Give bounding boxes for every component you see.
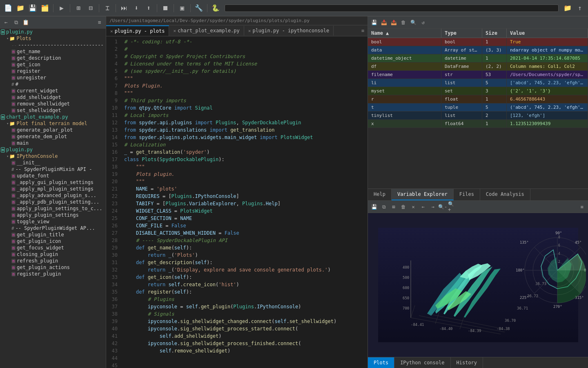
tab-close-icon[interactable]: ✕ <box>173 28 176 34</box>
tree-item-10[interactable]: madd_shellwidget <box>0 94 106 101</box>
new-file-icon[interactable]: 📄 <box>3 3 13 13</box>
tree-item-17[interactable]: mmain <box>0 140 106 146</box>
tree-item-21[interactable]: #-- SpyderPluginMixin API - <box>0 166 106 173</box>
table-row[interactable]: boolbool1True <box>368 38 588 46</box>
table-row[interactable]: lilist5['abcd', 745, 2.23, 'efgh', 70.2] <box>368 79 588 87</box>
plot-tab-plots[interactable]: Plots <box>368 357 394 368</box>
plot-zoom-in-icon[interactable]: 🔍+ <box>448 202 457 211</box>
plot-tab-history[interactable]: History <box>451 357 483 368</box>
tab-menu-icon[interactable]: ≡ <box>358 26 368 35</box>
run-icon[interactable]: ▶ <box>57 3 67 13</box>
tab-close-icon[interactable]: ✕ <box>248 28 251 34</box>
plot-next-icon[interactable]: → <box>428 202 437 211</box>
table-row[interactable]: ttuple5('abcd', 745, 2.23, 'efgh', 70.2) <box>368 103 588 112</box>
step-into-icon[interactable]: ⬇ <box>131 3 141 13</box>
tree-item-5[interactable]: mget_icon <box>0 61 106 68</box>
code-editor[interactable]: 1234567891011121314151617181920212223242… <box>106 36 368 368</box>
paste-icon[interactable]: 📋 <box>21 18 30 27</box>
plot-copy-icon[interactable]: ⧉ <box>379 202 388 211</box>
folder-browse-icon[interactable]: 📁 <box>563 3 572 13</box>
tree-item-34[interactable]: mclosing_plugin <box>0 251 106 258</box>
ve-tab-variable-explorer[interactable]: Variable Explorer <box>392 189 454 200</box>
tree-item-3[interactable]: mget_name <box>0 48 106 55</box>
step-over-icon[interactable]: ⏭ <box>119 3 129 13</box>
step-out-icon[interactable]: ⬆ <box>144 3 154 13</box>
plot-menu-icon[interactable]: ≡ <box>577 202 586 211</box>
ve-col-size[interactable]: Size <box>482 29 507 38</box>
save-all-icon[interactable]: 🗂️ <box>40 3 50 13</box>
plot-delete-icon[interactable]: 🗑 <box>399 202 408 211</box>
tree-item-8[interactable]: ## <box>0 81 106 88</box>
ve-tab-code-analysis[interactable]: Code Analysis <box>480 189 530 200</box>
tree-item-26[interactable]: m_apply_pdb_plugin_setting... <box>0 199 106 205</box>
tree-item-27[interactable]: mapply_plugin_settings_to_c... <box>0 205 106 212</box>
ve-search-icon[interactable]: 🔍 <box>409 18 418 27</box>
browse-tabs-icon[interactable]: ⊞ <box>74 3 83 13</box>
tree-item-19[interactable]: ▾📁IPythonConsole <box>0 153 106 159</box>
table-row[interactable]: dataArray of str128(3, 3)ndarray object … <box>368 46 588 54</box>
tree-item-32[interactable]: mget_plugin_icon <box>0 238 106 245</box>
tree-item-13[interactable]: mchart_plot_example.py <box>0 114 106 120</box>
split-icon[interactable]: ⊟ <box>86 3 96 13</box>
tree-item-29[interactable]: mtoggle_view <box>0 218 106 225</box>
plot-zoom-input[interactable]: 0 % <box>458 204 474 210</box>
tree-item-7[interactable]: munregister <box>0 74 106 81</box>
tree-item-25[interactable]: m_apply_advanced_plugin_s... <box>0 192 106 199</box>
tree-item-18[interactable]: mplugin.py <box>0 146 106 153</box>
tree-item-35[interactable]: mrefresh_plugin <box>0 258 106 264</box>
ve-tab-help[interactable]: Help <box>368 189 392 200</box>
ve-tab-files[interactable]: Files <box>454 189 480 200</box>
settings-icon[interactable]: 🔧 <box>194 3 204 13</box>
tree-item-24[interactable]: m_apply_mpl_plugin_settings <box>0 186 106 192</box>
cursor-icon[interactable]: ⌶ <box>102 3 112 13</box>
ve-import-icon[interactable]: 📥 <box>379 18 388 27</box>
open-file-icon[interactable]: 📁 <box>16 3 25 13</box>
table-row[interactable]: dfDataFrame(2, 2)Column names: Col1, Col… <box>368 63 588 71</box>
tree-item-22[interactable]: mupdate_font <box>0 173 106 179</box>
plot-tab-ipython[interactable]: IPython console <box>394 357 450 368</box>
copy-icon[interactable]: ⧉ <box>11 18 20 27</box>
tree-item-2[interactable]: ------------------------------- <box>0 42 106 48</box>
tree-item-6[interactable]: mregister <box>0 68 106 74</box>
tree-item-31[interactable]: mget_plugin_title <box>0 231 106 238</box>
tree-item-36[interactable]: mget_plugin_actions <box>0 264 106 271</box>
ve-refresh-icon[interactable]: ↺ <box>419 18 428 27</box>
tree-item-30[interactable]: #-- SpyderPluginWidget AP... <box>0 225 106 231</box>
tree-item-33[interactable]: mget_focus_widget <box>0 245 106 251</box>
ve-export-icon[interactable]: 📤 <box>389 18 398 27</box>
tree-item-12[interactable]: mset_shellwidget <box>0 107 106 114</box>
tree-item-4[interactable]: mget_description <box>0 55 106 61</box>
ve-delete-icon[interactable]: 🗑 <box>399 18 408 27</box>
tab-plugin-ipython[interactable]: ✕ plugin.py - ipythonconsole <box>244 26 334 36</box>
table-row[interactable]: rfloat16.46567886443 <box>368 95 588 103</box>
go-up-icon[interactable]: ↑ <box>575 3 585 13</box>
tree-item-28[interactable]: mapply_plugin_settings <box>0 212 106 218</box>
code-content[interactable]: # -*- coding: utf-8 -*-## Copyright © Sp… <box>121 36 368 368</box>
table-row[interactable]: filenamestr53/Users/Documents/spyder/spy… <box>368 71 588 79</box>
tab-plugin-plots[interactable]: ✕ plugin.py - plots <box>106 25 169 36</box>
more-options-icon[interactable]: ≡ <box>95 18 104 27</box>
tab-close-icon[interactable]: ✕ <box>110 29 113 34</box>
path-input[interactable]: ianitagomez/Local/Dev-Spyder/spyder/spyd… <box>225 4 559 12</box>
back-icon[interactable]: ← <box>2 18 11 27</box>
stop-icon[interactable]: ⏹ <box>160 3 170 13</box>
tree-item-14[interactable]: ▾📁Plot final terrain model <box>0 120 106 127</box>
table-row[interactable]: datetime_objectdatetime12021-04-14 17:35… <box>368 54 588 63</box>
tree-item-20[interactable]: m__init__ <box>0 159 106 166</box>
tree-item-15[interactable]: mgenerate_polar_plot <box>0 127 106 133</box>
tree-item-1[interactable]: ▾📁Plots <box>0 35 106 42</box>
layout-icon[interactable]: ▣ <box>177 3 187 13</box>
tree-item-0[interactable]: mplugin.py <box>0 29 106 35</box>
table-row[interactable]: mysetset3{'2', '1', '3'} <box>368 87 588 95</box>
tab-chart-plot[interactable]: ✕ chart_plot_example.py <box>169 26 244 36</box>
plot-zoom-out-icon[interactable]: 🔍- <box>438 202 447 211</box>
table-row[interactable]: xfloat6411.1235123099439 <box>368 120 588 128</box>
ve-col-name[interactable]: Name ▲ <box>368 29 441 38</box>
plot-close-icon[interactable]: ✕ <box>409 202 418 211</box>
plot-save-icon[interactable]: 💾 <box>370 202 379 211</box>
plot-duplicate-icon[interactable]: ⊞ <box>389 202 398 211</box>
plot-prev-icon[interactable]: ← <box>419 202 428 211</box>
tree-item-16[interactable]: mgenerate_dem_plot <box>0 133 106 140</box>
tree-item-23[interactable]: m_apply_gui_plugin_settings <box>0 179 106 186</box>
ve-col-type[interactable]: Type <box>441 29 482 38</box>
